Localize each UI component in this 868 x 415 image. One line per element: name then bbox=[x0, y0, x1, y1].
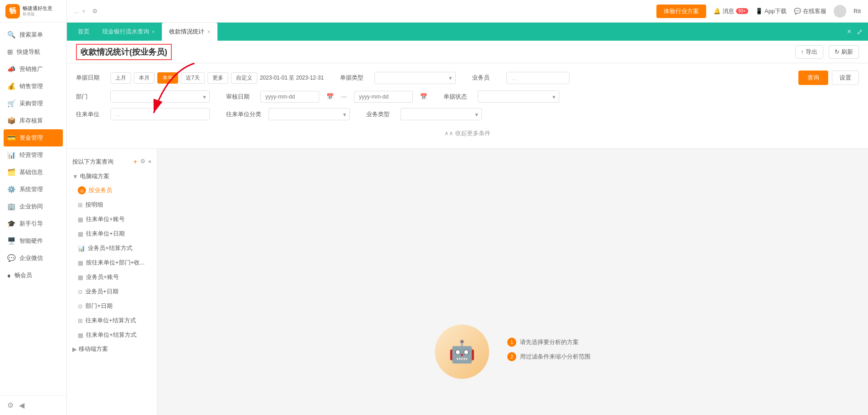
sidebar-footer: ⚙ ◀ bbox=[0, 395, 66, 415]
filter-settings-btn[interactable]: 设置 bbox=[832, 71, 859, 85]
sidebar-item-hardware[interactable]: 🖥️ 智能硬件 bbox=[0, 232, 66, 250]
tree-item-partner-dept[interactable]: ▦ 按往来单位+部门+收... bbox=[71, 255, 157, 270]
sidebar-item-system[interactable]: ⚙️ 系统管理 bbox=[0, 181, 66, 198]
tab-bar: 首页 现金银行流水查询 × 收款情况统计 × × ⤢ bbox=[67, 23, 868, 41]
empty-tip-1: 1 请先选择要分析的方案 bbox=[507, 338, 590, 347]
tree-item-partner-account[interactable]: ▦ 往来单位+账号 bbox=[71, 212, 157, 226]
sidebar-item-sales[interactable]: 💰 销售管理 bbox=[0, 78, 66, 95]
tab-collection-stats-label: 收款情况统计 bbox=[169, 28, 204, 36]
tree-item-partner-settle1[interactable]: ⊞ 往来单位+结算方式 bbox=[71, 313, 157, 328]
partner-input-wrap[interactable]: ... bbox=[110, 108, 210, 120]
corp-icon: 🏢 bbox=[7, 203, 16, 211]
tree-item-by-salesperson[interactable]: ◎ 按业务员 bbox=[71, 183, 157, 198]
sidebar-item-corp[interactable]: 🏢 企业协同 bbox=[0, 198, 66, 215]
tree-item-partner-settle2[interactable]: ▦ 往来单位+结算方式 bbox=[71, 328, 157, 342]
salesperson-input-wrap[interactable]: ... bbox=[506, 72, 570, 84]
tree-mobile-header[interactable]: ▶ 移动端方案 bbox=[67, 342, 157, 356]
date-btn-custom[interactable]: 自定义 bbox=[231, 72, 257, 84]
partner-category-select-wrap bbox=[269, 108, 350, 120]
sidebar-label-inventory: 库存核算 bbox=[19, 117, 43, 125]
notification-btn[interactable]: 🔔 消息 99+ bbox=[713, 7, 748, 15]
tree-desktop-header[interactable]: ▼ 电脑端方案 bbox=[67, 170, 157, 183]
sidebar-item-quick[interactable]: ⊞ 快捷导航 bbox=[0, 43, 66, 61]
inventory-icon: 📦 bbox=[7, 117, 16, 125]
sidebar-nav: 🔍 搜索菜单 ⊞ 快捷导航 📣 营销推广 💰 销售管理 🛒 采购管理 📦 库存核… bbox=[0, 23, 66, 395]
salesperson-label: 业务员 bbox=[472, 74, 499, 82]
sidebar-item-guide[interactable]: 🎓 新手引导 bbox=[0, 215, 66, 232]
footer-settings-icon[interactable]: ⚙ bbox=[7, 401, 14, 410]
filter-area: 单据日期 上月 本月 本年 近7天 更多 自定义 2023-01-01 至 20… bbox=[67, 63, 868, 149]
sidebar-item-wechat[interactable]: 💬 企业微信 bbox=[0, 250, 66, 267]
export-btn[interactable]: ↑ 导出 bbox=[795, 45, 824, 59]
tree-section-mobile: ▶ 移动端方案 bbox=[67, 342, 157, 356]
doc-status-label: 单据状态 bbox=[443, 93, 471, 101]
tree-item-label-ps2: 往来单位+结算方式 bbox=[86, 331, 137, 339]
doc-type-select[interactable] bbox=[374, 72, 456, 84]
biz-type-select[interactable] bbox=[401, 108, 482, 120]
sidebar-item-search[interactable]: 🔍 搜索菜单 bbox=[0, 26, 66, 43]
panel-collapse-icon[interactable]: « bbox=[148, 158, 151, 166]
collapse-bar[interactable]: ∧∧ 收起更多条件 bbox=[76, 126, 859, 141]
date-btn-this-year[interactable]: 本年 bbox=[157, 72, 178, 84]
sidebar-item-business[interactable]: 📊 经营管理 bbox=[0, 146, 66, 164]
calendar-end-icon[interactable]: 📅 bbox=[420, 93, 427, 100]
query-btn[interactable]: 查询 bbox=[798, 71, 828, 85]
doc-status-select[interactable] bbox=[478, 90, 559, 103]
dept-select[interactable] bbox=[110, 90, 210, 103]
tree-item-salesperson-date[interactable]: ⊙ 业务员+日期 bbox=[71, 284, 157, 299]
app-download-btn[interactable]: 📱 App下载 bbox=[755, 7, 787, 15]
export-icon: ↑ bbox=[801, 48, 804, 55]
date-btn-this-month[interactable]: 本月 bbox=[134, 72, 155, 84]
sidebar-label-hardware: 智能硬件 bbox=[19, 237, 43, 245]
page-content: 收款情况统计(按业务员) ↑ 导出 ↻ 刷新 单据日期 上月 本月 bbox=[67, 41, 868, 415]
tree-item-salesperson-settle[interactable]: 📊 业务员+结算方式 bbox=[71, 241, 157, 255]
sidebar-item-member[interactable]: ♦ 畅会员 bbox=[0, 267, 66, 284]
header-settings-btn[interactable]: ⚙ bbox=[92, 8, 98, 14]
empty-tips: 1 请先选择要分析的方案 2 用过滤条件来缩小分析范围 bbox=[507, 338, 590, 366]
tree-item-detail[interactable]: ⊞ 按明细 bbox=[71, 198, 157, 212]
filter-row-1: 单据日期 上月 本月 本年 近7天 更多 自定义 2023-01-01 至 20… bbox=[76, 71, 859, 85]
header-actions: 体验行业方案 🔔 消息 99+ 📱 App下载 💬 在线客服 Rit bbox=[656, 5, 861, 18]
date-btn-more[interactable]: 更多 bbox=[208, 72, 228, 84]
page-title: 收款情况统计(按业务员) bbox=[76, 44, 172, 60]
tab-collection-stats[interactable]: 收款情况统计 × bbox=[162, 23, 217, 41]
tab-collection-stats-close[interactable]: × bbox=[207, 29, 210, 34]
review-date-label: 审核日期 bbox=[226, 93, 253, 101]
breadcrumb-dropdown-icon[interactable]: ▾ bbox=[82, 8, 85, 14]
review-date-start[interactable] bbox=[260, 91, 319, 103]
tab-close-all-btn[interactable]: × bbox=[847, 28, 851, 36]
tree-item-dept-date[interactable]: ⊙ 部门+日期 bbox=[71, 299, 157, 313]
panel-add-icon[interactable]: + bbox=[133, 158, 137, 166]
panel-settings-icon[interactable]: ⚙ bbox=[140, 158, 146, 166]
partner-placeholder: ... bbox=[115, 111, 205, 118]
notification-count: 99+ bbox=[736, 8, 748, 14]
tree-item-label-dd: 部门+日期 bbox=[85, 302, 113, 310]
sidebar-item-finance[interactable]: 💳 资金管理 bbox=[4, 129, 63, 146]
tab-bank-flow[interactable]: 现金银行流水查询 × bbox=[95, 23, 162, 41]
footer-collapse-icon[interactable]: ◀ bbox=[19, 401, 24, 410]
partner-category-select[interactable] bbox=[269, 108, 350, 120]
sidebar-item-base[interactable]: 🗂️ 基础信息 bbox=[0, 164, 66, 181]
tree-item-salesperson-account[interactable]: ▦ 业务员+账号 bbox=[71, 270, 157, 284]
sidebar-item-purchase[interactable]: 🛒 采购管理 bbox=[0, 95, 66, 112]
refresh-btn[interactable]: ↻ 刷新 bbox=[829, 45, 859, 59]
tree-item-partner-date[interactable]: ▦ 往来单位+日期 bbox=[71, 226, 157, 241]
tab-maximize-btn[interactable]: ⤢ bbox=[857, 28, 863, 36]
tree-item-label-sd: 业务员+日期 bbox=[85, 288, 118, 296]
review-date-end[interactable] bbox=[354, 91, 413, 103]
date-btn-last-month[interactable]: 上月 bbox=[110, 72, 131, 84]
refresh-icon: ↻ bbox=[835, 48, 840, 55]
user-avatar[interactable] bbox=[834, 5, 846, 18]
date-btn-7days[interactable]: 近7天 bbox=[181, 72, 205, 84]
sidebar-item-inventory[interactable]: 📦 库存核算 bbox=[0, 112, 66, 129]
logo-area: 畅 畅捷通好生意 标准版 bbox=[0, 0, 66, 23]
sidebar-item-marketing[interactable]: 📣 营销推广 bbox=[0, 61, 66, 78]
tab-home[interactable]: 首页 bbox=[72, 28, 95, 36]
tree-item-label-sac: 业务员+账号 bbox=[86, 273, 119, 281]
calendar-start-icon[interactable]: 📅 bbox=[326, 93, 334, 100]
tree-item-label-pa: 往来单位+账号 bbox=[86, 215, 125, 223]
trial-btn[interactable]: 体验行业方案 bbox=[656, 5, 706, 18]
online-service-btn[interactable]: 💬 在线客服 bbox=[794, 7, 826, 15]
tab-bank-flow-close[interactable]: × bbox=[152, 29, 155, 34]
panel-header: 按以下方案查询 + ⚙ « bbox=[67, 154, 157, 170]
